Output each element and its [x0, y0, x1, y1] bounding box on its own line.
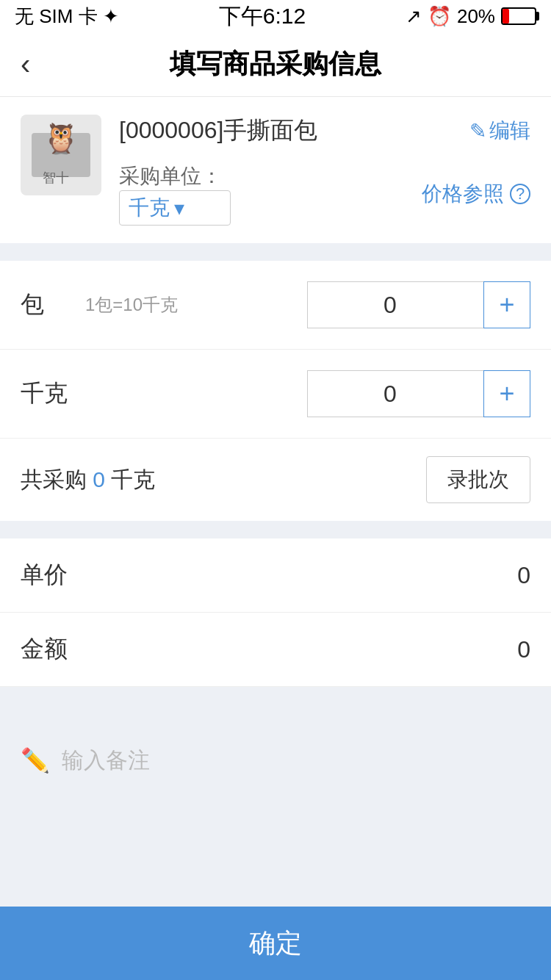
status-left: 无 SIM 卡 ✦: [15, 4, 119, 29]
price-label: 单价: [21, 559, 68, 591]
kg-row: 千克 +: [0, 350, 551, 439]
edit-button[interactable]: ✎ 编辑: [469, 117, 530, 145]
location-icon: ↗: [406, 5, 422, 28]
product-info: [0000006]手撕面包 ✎ 编辑 采购单位： 千克 ▾ 价格参照 ?: [119, 115, 530, 226]
page-title: 填写商品采购信息: [170, 46, 381, 82]
alarm-icon: ⏰: [428, 5, 451, 28]
brand-text: 智十: [43, 170, 69, 185]
battery-icon: [501, 7, 536, 25]
kg-label: 千克: [21, 378, 79, 410]
nav-bar: ‹ 填写商品采购信息: [0, 32, 551, 97]
info-section: 单价 0 金额 0: [0, 538, 551, 687]
unit-selector: 采购单位： 千克 ▾: [119, 162, 231, 226]
notes-placeholder: 输入备注: [62, 746, 150, 776]
price-ref-button[interactable]: 价格参照 ?: [422, 180, 530, 208]
status-bar: 无 SIM 卡 ✦ 下午6:12 ↗ ⏰ 20%: [0, 0, 551, 32]
product-section: 🦉智十 [0000006]手撕面包 ✎ 编辑 采购单位： 千克 ▾: [0, 97, 551, 249]
kg-input[interactable]: [307, 370, 483, 417]
product-image: 🦉智十: [21, 115, 101, 195]
bag-input-group: +: [307, 281, 530, 328]
unit-dropdown[interactable]: 千克 ▾: [119, 190, 231, 226]
batch-button[interactable]: 录批次: [426, 456, 530, 503]
product-name-row: [0000006]手撕面包 ✎ 编辑: [119, 115, 530, 147]
amount-value: 0: [517, 636, 530, 663]
section-divider-1: [0, 249, 551, 261]
total-text: 共采购 0 千克: [21, 465, 155, 495]
status-right: ↗ ⏰ 20%: [406, 5, 536, 28]
product-logo: 🦉智十: [43, 121, 79, 189]
status-time: 下午6:12: [219, 1, 306, 32]
pencil-icon: ✏️: [21, 746, 50, 774]
confirm-button[interactable]: 确定: [0, 907, 551, 980]
product-name: [0000006]手撕面包: [119, 115, 317, 147]
bag-sub-label: 1包=10千克: [85, 293, 178, 317]
help-icon: ?: [510, 184, 530, 204]
bag-label: 包: [21, 289, 79, 321]
kg-plus-button[interactable]: +: [483, 370, 530, 417]
back-button[interactable]: ‹: [21, 48, 30, 81]
bag-plus-button[interactable]: +: [483, 281, 530, 328]
form-section: 包 1包=10千克 + 千克 +: [0, 261, 551, 439]
sim-status: 无 SIM 卡 ✦: [15, 4, 119, 29]
amount-row: 金额 0: [0, 613, 551, 687]
product-unit-row: 采购单位： 千克 ▾ 价格参照 ?: [119, 162, 530, 226]
bag-row: 包 1包=10千克 +: [0, 261, 551, 350]
product-thumbnail: 🦉智十: [32, 133, 90, 177]
price-value: 0: [517, 562, 530, 589]
kg-input-group: +: [307, 370, 530, 417]
total-section: 共采购 0 千克 录批次: [0, 439, 551, 527]
bag-input[interactable]: [307, 281, 483, 328]
amount-label: 金额: [21, 633, 68, 666]
price-row: 单价 0: [0, 538, 551, 613]
confirm-section: 确定: [0, 907, 551, 980]
chevron-down-icon: ▾: [174, 196, 184, 220]
total-value: 0: [93, 467, 105, 491]
notes-section[interactable]: ✏️ 输入备注: [0, 687, 551, 834]
section-divider-2: [0, 527, 551, 538]
edit-icon: ✎: [469, 119, 486, 143]
battery-percent: 20%: [457, 5, 495, 28]
